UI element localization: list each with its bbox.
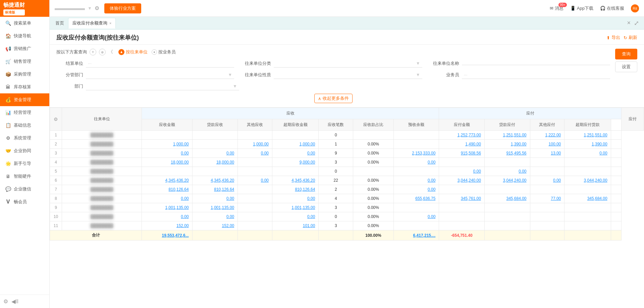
sidebar-item-quick-nav[interactable]: 🏠 快捷导航 <box>0 30 49 42</box>
th-settings[interactable]: ⚙ <box>50 108 62 131</box>
search-icon: 🔍 <box>5 20 11 26</box>
partner-name-input[interactable] <box>462 62 610 65</box>
sidebar-item-label: 基础信息 <box>14 122 31 128</box>
table-container[interactable]: ⚙ 往来单位 应收 应付 应付 应收金额 贷款应收 其他应收 超期应收金额 <box>50 107 644 308</box>
th-ap-cont: 应付 <box>621 108 644 131</box>
row-num: 1 <box>50 131 62 140</box>
settlement-unit-input[interactable]: ··· <box>86 59 234 68</box>
table-row: 1████████01,252,773.001,251,551.001,222.… <box>50 131 644 140</box>
window-max-icon[interactable]: ⤢ <box>634 19 639 27</box>
table-row: 11████████152.00152.00101.0030.00% <box>50 221 644 230</box>
table-row: 6████████4,345,436.204,345,436.200.004,3… <box>50 176 644 185</box>
collapse-footer-icon[interactable]: ◀II <box>11 298 18 305</box>
message-btn[interactable]: ✉ 消息 99+ <box>550 5 564 11</box>
online-service-btn[interactable]: 🎧 在线客服 <box>600 5 624 11</box>
settings-footer-icon[interactable]: ⚙ <box>3 298 8 305</box>
collapse-icon: ∧ <box>318 96 321 101</box>
tab-home[interactable]: 首页 <box>51 18 68 29</box>
filter-row-1: 结算单位 ··· 往来单位分类 ▼ <box>56 59 610 68</box>
sidebar-footer: ⚙ ◀II <box>0 295 49 308</box>
department-input[interactable]: ▼ <box>86 71 234 79</box>
filter-scheme-btn[interactable]: ⊕ <box>99 49 106 55</box>
filter-label: 按以下方案查询 <box>56 49 87 55</box>
sidebar-item-system[interactable]: ⚙ 系统管理 <box>0 132 49 144</box>
sidebar-item-smart-hardware[interactable]: 🖥 智能硬件 <box>0 170 49 183</box>
query-btn[interactable]: 查询 <box>615 49 637 59</box>
partner-name: ████████ <box>62 212 142 221</box>
sidebar-item-sales[interactable]: 🛒 销售管理 <box>0 55 49 68</box>
collapse-more-btn[interactable]: ∧ 收起更多条件 <box>314 94 353 103</box>
filter-add-btn[interactable]: + <box>90 49 96 55</box>
filter-expand-btn[interactable]: 《 <box>108 49 113 55</box>
footer-ap-amount: -654,751.40 <box>439 230 485 240</box>
sidebar-item-inventory[interactable]: 🏛 库存核算 <box>0 81 49 93</box>
table-settings-icon[interactable]: ⚙ <box>54 117 58 122</box>
scheme-salesperson-btn[interactable]: ● 按业务员 <box>152 49 176 55</box>
department2-label: 部门 <box>56 83 83 89</box>
window-close-icon[interactable]: × <box>627 19 631 27</box>
table-row: 5████████00.000.00 <box>50 167 644 176</box>
user-avatar[interactable]: Rit <box>631 4 639 12</box>
sidebar-item-purchase[interactable]: 📦 采购管理 <box>0 68 49 81</box>
partner-nature-input[interactable]: ▼ <box>274 71 422 79</box>
sidebar-item-enterprise-wechat[interactable]: 💬 企业微信 <box>0 183 49 195</box>
table-row: 10████████0.000.000.0000.00%0.00 <box>50 212 644 221</box>
sidebar-item-marketing[interactable]: 📢 营销推广 <box>0 42 49 55</box>
top-bar: ▬▬▬▬▬ ▼ ⚙ 体验行业方案 ✉ 消息 99+ 📱 App下载 🎧 在线客服 <box>50 0 644 17</box>
th-ar-prepay: 预收余额 <box>393 119 439 131</box>
user-icon: Rit <box>631 4 639 12</box>
department-label: 分管部门 <box>56 72 83 78</box>
footer-ap-cont <box>611 230 621 240</box>
table-row: 4████████18,000.0018,000.009,000.0030.00… <box>50 158 644 167</box>
th-ar-loan: 贷款应收 <box>192 119 238 131</box>
settings-btn[interactable]: 设置 <box>615 61 637 72</box>
partner-name: ████████ <box>62 203 142 212</box>
department2-input[interactable]: ▼ <box>86 82 239 90</box>
tab-close-icon[interactable]: × <box>109 21 111 25</box>
th-ar-count: 应收笔数 <box>319 119 353 131</box>
sidebar-item-label: 企业协同 <box>14 148 31 154</box>
message-icon: ✉ <box>550 6 553 11</box>
partner-name: ████████ <box>62 185 142 194</box>
sidebar-item-finance[interactable]: 💰 资金管理 <box>0 93 49 106</box>
tab-ar-ap-query[interactable]: 应收应付余额查询 × <box>68 18 116 29</box>
guide-icon: 🌟 <box>5 161 11 167</box>
basic-info-icon: 📋 <box>5 122 11 128</box>
partner-name: ████████ <box>62 194 142 203</box>
sidebar-item-enterprise-collab[interactable]: 🤝 企业协同 <box>0 144 49 157</box>
partner-name: ████████ <box>62 221 142 230</box>
gear-icon[interactable]: ⚙ <box>95 5 99 11</box>
sidebar-item-search-menu[interactable]: 🔍 搜索菜单 <box>0 17 49 30</box>
footer-ar-prepay[interactable]: 6,417,215.... <box>393 230 439 240</box>
table-row: 3████████0.000.000.000.0090.00%2,153,333… <box>50 149 644 158</box>
salesperson-input[interactable]: ··· <box>462 71 610 79</box>
active-tab-label: 应收应付余额查询 <box>72 20 107 26</box>
app-edition: 标准版 <box>3 9 25 15</box>
footer-ar-amount[interactable]: 19,553,472,6... <box>142 230 192 240</box>
breadcrumb-dropdown-icon[interactable]: ▼ <box>88 6 92 11</box>
filter-row-3: 部门 ▼ <box>56 82 610 90</box>
sidebar-item-label: 营销推广 <box>14 46 31 52</box>
filter-area: 按以下方案查询 + ⊕ 《 ♟ 按往来单位 <box>50 45 644 107</box>
sidebar-item-vip-member[interactable]: V 畅会员 <box>0 195 49 208</box>
sidebar-item-label: 新手引导 <box>14 161 31 167</box>
scheme-partner-btn[interactable]: ♟ 按往来单位 <box>118 49 148 55</box>
export-btn[interactable]: ⬆ 导出 <box>606 35 620 41</box>
sidebar-item-beginner-guide[interactable]: 🌟 新手引导 <box>0 157 49 170</box>
online-service-label: 在线客服 <box>607 5 624 11</box>
refresh-icon: ↻ <box>624 35 627 40</box>
filter-top: 按以下方案查询 + ⊕ 《 ♟ 按往来单位 <box>56 49 610 55</box>
footer-ar-loan <box>192 230 238 240</box>
row-num: 4 <box>50 158 62 167</box>
refresh-btn[interactable]: ↻ 刷新 <box>624 35 637 41</box>
wechat-icon: 💬 <box>5 186 11 192</box>
sidebar-item-basic-info[interactable]: 📋 基础信息 <box>0 119 49 132</box>
table-row: 2████████1,000.001,000.001,000.0010.00%1… <box>50 140 644 149</box>
app-download-btn[interactable]: 📱 App下载 <box>570 5 593 11</box>
row-num: 6 <box>50 176 62 185</box>
sidebar-item-business[interactable]: 📊 经营管理 <box>0 106 49 119</box>
trial-btn[interactable]: 体验行业方案 <box>104 3 141 13</box>
top-bar-right: ✉ 消息 99+ 📱 App下载 🎧 在线客服 Rit <box>550 4 639 12</box>
breadcrumb: ▬▬▬▬▬ <box>55 5 85 12</box>
partner-category-input[interactable]: ▼ <box>274 59 422 68</box>
